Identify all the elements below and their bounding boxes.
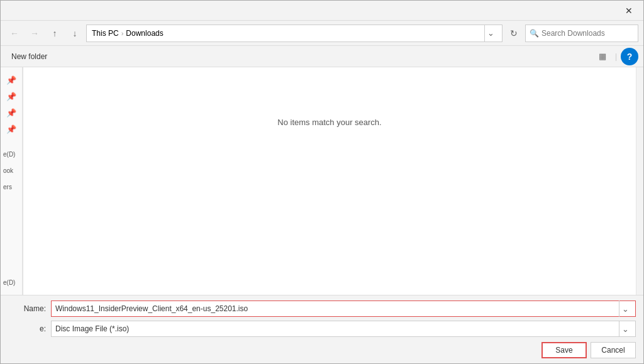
toolbar-row: New folder ▦ | ? <box>1 46 643 67</box>
sidebar-item-drive-bottom[interactable]: e(D) <box>1 275 22 290</box>
path-separator-1: › <box>121 30 124 37</box>
help-icon: ? <box>627 52 633 62</box>
title-bar: ✕ <box>1 1 643 21</box>
view-button[interactable]: ▦ <box>594 48 611 65</box>
sidebar-item-drive-3[interactable]: ers <box>1 179 22 194</box>
file-area[interactable]: No items match your search. <box>23 67 636 295</box>
filename-input-wrapper[interactable]: ⌄ <box>51 301 636 317</box>
bottom-bar: Name: ⌄ e: Disc Image File (*.iso) ⌄ Sav… <box>1 295 643 363</box>
refresh-button[interactable]: ↻ <box>505 25 523 42</box>
download-button[interactable]: ↓ <box>66 25 84 42</box>
address-box[interactable]: This PC › Downloads ⌄ <box>86 25 502 42</box>
back-icon: ← <box>10 28 19 38</box>
sidebar-item-pin-3[interactable]: 📌 <box>1 105 22 120</box>
save-button[interactable]: Save <box>541 342 587 358</box>
filename-input[interactable] <box>55 304 619 313</box>
filename-row: Name: ⌄ <box>8 301 636 317</box>
action-row: Save Cancel <box>8 341 636 358</box>
path-root: This PC <box>92 29 119 38</box>
sidebar-item-pin-4[interactable]: 📌 <box>1 121 22 136</box>
help-button[interactable]: ? <box>621 48 638 65</box>
sidebar: 📌 📌 📌 📌 e(D) ook ers e(D) <box>1 67 23 295</box>
chevron-down-icon: ⌄ <box>487 28 494 38</box>
search-icon: 🔍 <box>530 29 539 38</box>
search-box[interactable]: 🔍 <box>525 25 638 42</box>
download-icon: ↓ <box>73 28 77 38</box>
chevron-down-icon-2: ⌄ <box>622 304 629 314</box>
save-dialog: ✕ ← → ↑ ↓ This PC › Downloads ⌄ ↻ 🔍 <box>0 0 644 364</box>
forward-icon: → <box>30 28 39 38</box>
view-icon: ▦ <box>599 52 606 61</box>
search-input[interactable] <box>541 29 634 38</box>
filename-label: Name: <box>8 304 46 313</box>
close-button[interactable]: ✕ <box>614 1 643 21</box>
new-folder-label: New folder <box>11 52 47 61</box>
address-bar-row: ← → ↑ ↓ This PC › Downloads ⌄ ↻ 🔍 <box>1 21 643 46</box>
no-items-text: No items match your search. <box>277 118 381 127</box>
up-icon: ↑ <box>53 28 57 38</box>
sidebar-item-drive-2[interactable]: ook <box>1 163 22 178</box>
filename-dropdown-button[interactable]: ⌄ <box>619 301 631 317</box>
sidebar-item-pin-2[interactable]: 📌 <box>1 89 22 104</box>
back-button[interactable]: ← <box>6 25 23 42</box>
forward-button[interactable]: → <box>26 25 43 42</box>
filetype-value: Disc Image File (*.iso) <box>55 324 619 333</box>
sidebar-item-pin-1[interactable]: 📌 <box>1 72 22 87</box>
address-dropdown-button[interactable]: ⌄ <box>484 25 497 42</box>
refresh-icon: ↻ <box>510 28 518 38</box>
filetype-dropdown-button[interactable]: ⌄ <box>619 321 631 337</box>
scrollbar[interactable] <box>636 67 643 295</box>
main-content: 📌 📌 📌 📌 e(D) ook ers e(D) No items match… <box>1 67 643 295</box>
cancel-button[interactable]: Cancel <box>591 342 636 358</box>
filetype-row: e: Disc Image File (*.iso) ⌄ <box>8 321 636 337</box>
path-current: Downloads <box>126 29 163 38</box>
filetype-label: e: <box>8 324 46 333</box>
chevron-down-icon-3: ⌄ <box>622 324 629 334</box>
filetype-select-wrapper[interactable]: Disc Image File (*.iso) ⌄ <box>51 321 636 337</box>
up-button[interactable]: ↑ <box>46 25 64 42</box>
sidebar-item-drive-1[interactable]: e(D) <box>1 146 23 162</box>
new-folder-button[interactable]: New folder <box>6 48 53 65</box>
